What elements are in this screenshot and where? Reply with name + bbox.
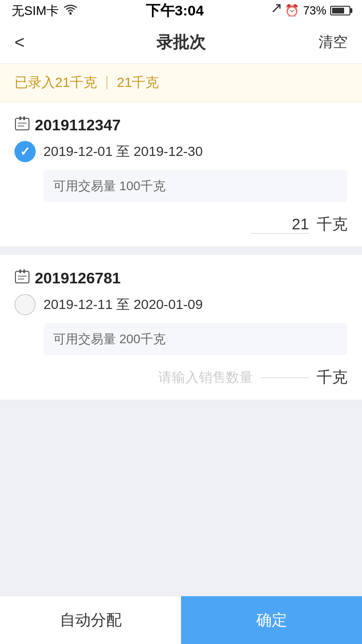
battery-percent: 73%	[303, 4, 326, 17]
batch-icon-1	[14, 116, 30, 134]
status-bar: 无SIM卡 下午3:04 ⏰ 73%	[0, 0, 362, 21]
batch-icon-2	[14, 269, 30, 287]
batch-header-1: 2019112347	[14, 116, 348, 134]
svg-rect-6	[15, 271, 29, 283]
batch-number-2: 2019126781	[35, 269, 121, 287]
batch-number-1: 2019112347	[35, 116, 121, 134]
info-amount: 21千克	[117, 73, 159, 92]
battery-icon	[330, 6, 350, 15]
qty-input-1[interactable]	[251, 215, 309, 234]
svg-rect-1	[15, 118, 29, 130]
back-button[interactable]: <	[14, 32, 43, 53]
batch-card-1: 2019112347 2019-12-01 至 2019-12-30 可用交易量…	[0, 102, 362, 247]
battery-fill	[332, 8, 344, 14]
qty-unit-1: 千克	[317, 214, 348, 235]
batch-header-2: 2019126781	[14, 269, 348, 287]
carrier-text: 无SIM卡	[12, 2, 59, 19]
available-qty-1: 可用交易量 100千克	[43, 170, 348, 202]
page-title: 录批次	[156, 31, 206, 54]
batch-date-1: 2019-12-01 至 2019-12-30	[43, 142, 203, 161]
qty-placeholder-row-2: 请输入销售数量 千克	[0, 355, 362, 400]
svg-rect-3	[23, 116, 25, 120]
info-bar: 已录入21千克 21千克	[0, 64, 362, 102]
qty-placeholder-text-2: 请输入销售数量	[158, 368, 253, 387]
location-icon	[272, 4, 281, 17]
qty-unit-2: 千克	[317, 367, 348, 388]
bottom-bar: 自动分配 确定	[0, 596, 362, 644]
batch-date-row-2[interactable]: 2019-12-11 至 2020-01-09	[14, 294, 348, 315]
info-divider	[107, 76, 107, 89]
recorded-label: 已录入21千克	[14, 73, 97, 92]
auto-distribute-button[interactable]: 自动分配	[0, 596, 181, 644]
batch-item-1: 2019112347 2019-12-01 至 2019-12-30 可用交易量…	[0, 102, 362, 202]
qty-row-1: 千克	[0, 202, 362, 247]
empty-area	[0, 400, 362, 622]
radio-button-2[interactable]	[14, 294, 36, 315]
batch-item-2: 2019126781 2019-12-11 至 2020-01-09 可用交易量…	[0, 255, 362, 355]
confirm-button[interactable]: 确定	[181, 596, 362, 644]
alarm-icon: ⏰	[285, 4, 299, 17]
batch-date-row-1[interactable]: 2019-12-01 至 2019-12-30	[14, 141, 348, 162]
nav-bar: < 录批次 清空	[0, 21, 362, 64]
status-right: ⏰ 73%	[272, 4, 350, 17]
wifi-icon	[64, 3, 77, 18]
batch-date-2: 2019-12-11 至 2020-01-09	[43, 295, 203, 314]
batch-separator	[0, 247, 362, 255]
status-left: 无SIM卡	[12, 2, 77, 19]
svg-rect-2	[19, 116, 21, 120]
svg-rect-7	[19, 269, 21, 273]
radio-button-1[interactable]	[14, 141, 36, 162]
status-time: 下午3:04	[146, 1, 204, 21]
svg-point-0	[70, 12, 72, 14]
available-qty-2: 可用交易量 200千克	[43, 323, 348, 355]
svg-rect-8	[23, 269, 25, 273]
clear-button[interactable]: 清空	[319, 32, 348, 52]
batch-card-2: 2019126781 2019-12-11 至 2020-01-09 可用交易量…	[0, 255, 362, 400]
